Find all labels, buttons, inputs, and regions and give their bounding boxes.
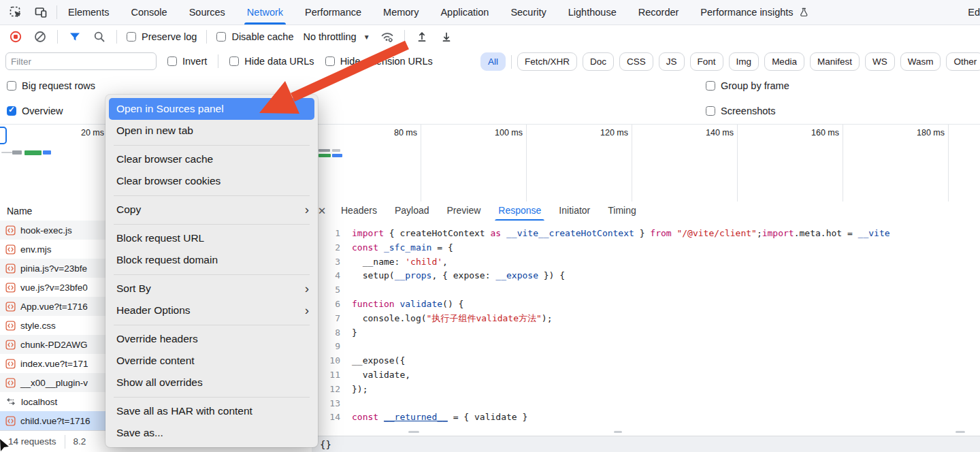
filter-chip-media[interactable]: Media [764, 52, 804, 71]
response-code-view[interactable]: 1import { createHotContext as __vite__cr… [312, 221, 980, 434]
detail-tab-preview[interactable]: Preview [438, 201, 490, 221]
tab-recorder[interactable]: Recorder [627, 0, 690, 25]
divider [218, 54, 218, 68]
overview-drag-handle[interactable] [0, 127, 7, 144]
device-toolbar-icon[interactable] [33, 5, 48, 20]
checkbox[interactable] [325, 56, 335, 66]
network-conditions-icon[interactable] [380, 29, 395, 44]
clear-network-log-icon[interactable] [33, 29, 48, 44]
checkbox[interactable] [706, 81, 715, 91]
menu-item-block-request-url[interactable]: Block request URL [105, 227, 318, 249]
detail-tabs: ✕ HeadersPayloadPreviewResponseInitiator… [312, 201, 645, 221]
divider [65, 435, 65, 449]
import-har-icon[interactable] [414, 29, 429, 44]
filter-chip-ws[interactable]: WS [865, 52, 895, 71]
detail-tab-initiator[interactable]: Initiator [550, 201, 599, 221]
menu-item-block-request-domain[interactable]: Block request domain [105, 249, 318, 271]
menu-item-override-content[interactable]: Override content [105, 350, 318, 372]
detail-tab-headers[interactable]: Headers [332, 201, 386, 221]
tab-memory[interactable]: Memory [372, 0, 429, 25]
filter-chip-all[interactable]: All [480, 52, 506, 71]
hide-data-urls-checkbox[interactable]: Hide data URLs [229, 56, 314, 67]
screenshots-checkbox[interactable]: Screenshots [706, 106, 776, 116]
pretty-print-button[interactable]: {} [320, 439, 331, 450]
checkbox[interactable] [229, 56, 239, 66]
filter-icon[interactable] [67, 29, 82, 44]
menu-item-override-headers[interactable]: Override headers [105, 328, 318, 350]
menu-item-clear-browser-cookies[interactable]: Clear browser cookies [105, 170, 318, 192]
inspect-element-icon[interactable] [8, 5, 23, 20]
tab-performance[interactable]: Performance [294, 0, 372, 25]
script-file-icon [5, 282, 16, 293]
filter-chip-doc[interactable]: Doc [583, 52, 614, 71]
tab-label: Lighthouse [568, 7, 617, 18]
filter-chip-font[interactable]: Font [690, 52, 723, 71]
divider [206, 30, 207, 44]
disable-cache-checkbox[interactable]: Disable cache [216, 31, 293, 42]
preserve-log-checkbox[interactable]: Preserve log [127, 31, 197, 42]
menu-item-open-in-sources-panel[interactable]: Open in Sources panel [109, 98, 314, 120]
menu-item-clear-browser-cache[interactable]: Clear browser cache [105, 148, 318, 170]
chip-label: Font [698, 56, 716, 67]
script-file-icon [5, 321, 16, 331]
invert-checkbox[interactable]: Invert [167, 56, 207, 67]
timeline-label: 160 ms [811, 128, 839, 138]
tab-lighthouse[interactable]: Lighthouse [557, 0, 627, 25]
overview-checkbox[interactable]: Overview [7, 106, 63, 116]
tab-application[interactable]: Application [429, 0, 500, 25]
code-line: 13 [312, 397, 980, 411]
code-text: const __returned__ = { validate } [352, 412, 527, 422]
filter-chip-img[interactable]: Img [729, 52, 760, 71]
detail-tab-payload[interactable]: Payload [386, 201, 438, 221]
checkbox[interactable] [7, 81, 16, 91]
group-by-frame-checkbox[interactable]: Group by frame [706, 80, 789, 91]
tab-performance-insights[interactable]: Performance insights [689, 0, 819, 25]
checkbox[interactable] [127, 32, 136, 42]
export-har-icon[interactable] [439, 29, 454, 44]
menu-item-save-all-as-har-with-content[interactable]: Save all as HAR with content [105, 400, 318, 422]
code-text: console.log("执行子组件validate方法"); [352, 313, 553, 323]
checkbox[interactable] [706, 106, 715, 116]
tab-ed[interactable]: Ed [957, 0, 980, 25]
menu-item-copy[interactable]: Copy› [105, 199, 318, 221]
tab-label: Memory [383, 7, 419, 18]
code-text: import { createHotContext as __vite__cre… [352, 228, 890, 238]
checkbox[interactable] [216, 32, 226, 42]
tab-console[interactable]: Console [120, 0, 178, 25]
detail-tab-response[interactable]: Response [489, 201, 550, 221]
filter-chip-other[interactable]: Other [946, 52, 980, 71]
detail-tab-timing[interactable]: Timing [599, 201, 645, 221]
menu-item-show-all-overrides[interactable]: Show all overrides [105, 372, 318, 393]
menu-item-save-as[interactable]: Save as... [105, 422, 318, 444]
throttling-dropdown[interactable]: No throttling ▼ [303, 31, 370, 42]
script-file-icon [5, 302, 16, 312]
filter-chip-js[interactable]: JS [659, 52, 685, 71]
filter-chip-wasm[interactable]: Wasm [900, 52, 941, 71]
menu-item-label: Save as... [116, 427, 163, 438]
chip-label: Wasm [908, 56, 934, 67]
filter-chip-css[interactable]: CSS [619, 52, 653, 71]
menu-item-open-in-new-tab[interactable]: Open in new tab [105, 120, 318, 142]
record-network-log-icon[interactable] [8, 29, 23, 44]
timeline-gridline [843, 125, 843, 202]
search-icon[interactable] [92, 29, 107, 44]
hide-extension-urls-checkbox[interactable]: Hide extension URLs [325, 56, 433, 67]
menu-item-header-options[interactable]: Header Options› [105, 300, 318, 321]
request-name: style.css [20, 321, 56, 331]
checkbox[interactable] [167, 56, 177, 66]
filter-input[interactable] [5, 52, 157, 70]
devtools-tabbar: ElementsConsoleSourcesNetworkPerformance… [0, 0, 980, 25]
big-request-rows-checkbox[interactable]: Big request rows [7, 80, 95, 91]
name-column-header[interactable]: Name [7, 201, 32, 221]
tab-elements[interactable]: Elements [57, 0, 120, 25]
chip-label: Manifest [817, 56, 852, 67]
menu-item-label: Override content [116, 355, 195, 366]
tab-sources[interactable]: Sources [178, 0, 236, 25]
filter-chip-fetch-xhr[interactable]: Fetch/XHR [517, 52, 577, 71]
tab-network[interactable]: Network [236, 0, 294, 25]
response-bottom-bar: {} [312, 436, 980, 452]
filter-chip-manifest[interactable]: Manifest [810, 52, 860, 71]
checkbox[interactable] [7, 106, 16, 116]
menu-item-sort-by[interactable]: Sort By› [105, 278, 318, 300]
tab-security[interactable]: Security [500, 0, 557, 25]
